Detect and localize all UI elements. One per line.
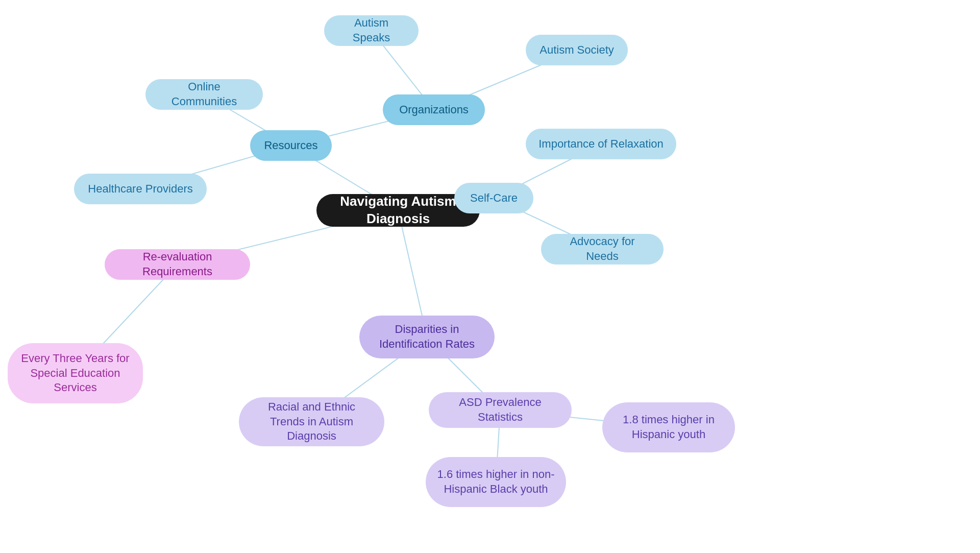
racial-ethnic-node[interactable]: Racial and Ethnic Trends in Autism Diagn… <box>239 397 384 446</box>
asd-prevalence-node[interactable]: ASD Prevalence Statistics <box>429 392 572 428</box>
higher-hispanic-node[interactable]: 1.8 times higher in Hispanic youth <box>602 402 735 452</box>
higher-black-node[interactable]: 1.6 times higher in non-Hispanic Black y… <box>426 457 566 507</box>
self-care-node[interactable]: Self-Care <box>454 183 533 213</box>
importance-relaxation-node[interactable]: Importance of Relaxation <box>526 129 676 159</box>
advocacy-needs-node[interactable]: Advocacy for Needs <box>541 234 664 265</box>
every-three-years-node[interactable]: Every Three Years for Special Education … <box>8 343 143 403</box>
disparities-node[interactable]: Disparities in Identification Rates <box>359 316 495 358</box>
organizations-node[interactable]: Organizations <box>383 94 485 125</box>
healthcare-providers-node[interactable]: Healthcare Providers <box>74 174 207 204</box>
online-communities-node[interactable]: Online Communities <box>145 79 263 110</box>
reevaluation-node[interactable]: Re-evaluation Requirements <box>105 249 250 280</box>
autism-speaks-node[interactable]: Autism Speaks <box>324 15 419 46</box>
autism-society-node[interactable]: Autism Society <box>526 35 628 65</box>
resources-node[interactable]: Resources <box>250 130 332 161</box>
